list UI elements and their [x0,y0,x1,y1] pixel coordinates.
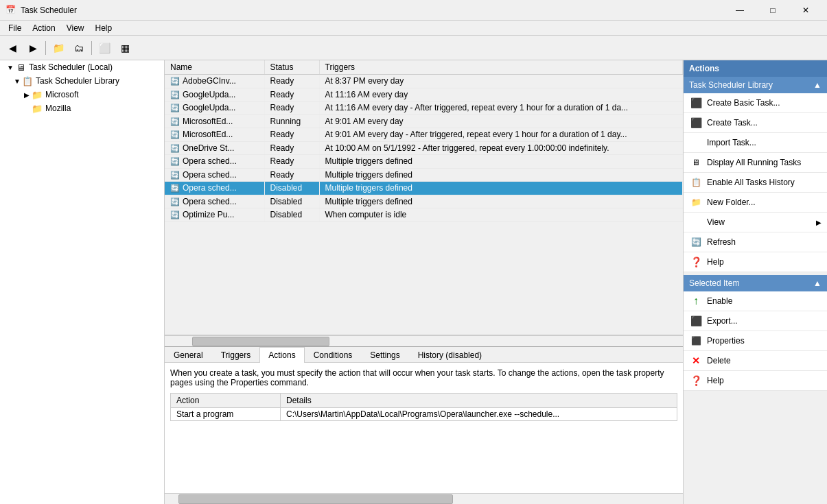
selected-item-header: Selected Item ▲ [684,275,827,291]
tree-item-mozilla[interactable]: ▶ 📁 Mozilla [0,101,164,115]
action-hscroll-thumb[interactable] [178,494,453,504]
toolbar-open-folder[interactable]: 📁 [49,38,68,58]
microsoft-icon: 📁 [32,89,43,100]
enable-icon: ↑ [689,294,703,308]
tab-triggers[interactable]: Triggers [212,347,260,363]
task-table: Name Status Triggers 🔄AdobeGCInv...Ready… [165,60,683,222]
hscroll-thumb[interactable] [192,337,329,346]
col-status[interactable]: Status [264,60,319,75]
task-row[interactable]: 🔄GoogleUpda...ReadyAt 11:16 AM every day [165,88,683,101]
task-row[interactable]: 🔄OneDrive St...ReadyAt 10:00 AM on 5/1/1… [165,141,683,155]
action-create-task[interactable]: ⬛ Create Task... [684,113,827,133]
tree-label-microsoft: Microsoft [45,90,79,99]
action-view[interactable]: View ▶ [684,213,827,232]
tab-actions[interactable]: Actions [259,347,304,363]
tree-item-local[interactable]: ▼ 🖥 Task Scheduler (Local) [0,60,164,74]
action-help-library[interactable]: ❓ Help [684,252,827,272]
action-refresh[interactable]: 🔄 Refresh [684,232,827,252]
expand-local[interactable]: ▼ [5,62,15,72]
new-folder-icon: 📁 [689,195,703,209]
task-row[interactable]: 🔄Opera sched...DisabledMultiple triggers… [165,195,683,208]
col-triggers[interactable]: Triggers [319,60,683,75]
task-row-icon: 🔄 [170,157,180,167]
task-row-icon: 🔄 [170,90,180,99]
close-button[interactable]: ✕ [790,0,822,21]
task-row[interactable]: 🔄MicrosoftEd...ReadyAt 9:01 AM every day… [165,128,683,142]
selected-item-collapse[interactable]: ▲ [813,278,822,288]
library-section-title: Task Scheduler Library [689,80,773,90]
export-icon: ⬛ [689,314,703,328]
task-triggers: Multiple triggers defined [319,168,683,182]
col-name[interactable]: Name [165,60,264,75]
action-delete[interactable]: ✕ Delete [684,351,827,371]
toolbar-back[interactable]: ◀ [3,38,22,58]
task-row[interactable]: 🔄Opera sched...ReadyMultiple triggers de… [165,168,683,182]
display-running-icon: 🖥 [689,156,703,169]
task-triggers: At 8:37 PM every day [319,75,683,88]
create-basic-label: Create Basic Task... [707,98,780,108]
task-list-container[interactable]: Name Status Triggers 🔄AdobeGCInv...Ready… [165,60,683,335]
view-label: View [707,217,725,227]
toolbar-btn3[interactable]: ⬜ [95,38,114,58]
maximize-button[interactable]: □ [757,0,789,21]
action-help-item[interactable]: ❓ Help [684,371,827,391]
display-running-label: Display All Running Tasks [707,158,801,167]
tab-conditions[interactable]: Conditions [305,347,362,363]
actions-main-header: Actions [684,60,827,77]
help-library-label: Help [707,257,724,267]
task-status: Ready [264,75,319,88]
minimize-button[interactable]: — [724,0,756,21]
action-enable[interactable]: ↑ Enable [684,291,827,311]
task-row[interactable]: 🔄MicrosoftEd...RunningAt 9:01 AM every d… [165,115,683,128]
left-panel: ▼ 🖥 Task Scheduler (Local) ▼ 📋 Task Sche… [0,60,165,504]
action-row[interactable]: Start a programC:\Users\Martin\AppData\L… [171,408,677,421]
task-row[interactable]: 🔄AdobeGCInv...ReadyAt 8:37 PM every day [165,75,683,88]
tab-general[interactable]: General [165,347,212,363]
tab-history[interactable]: History (disabled) [409,347,491,363]
task-row[interactable]: 🔄GoogleUpda...ReadyAt 11:16 AM every day… [165,101,683,115]
actions-title: Actions [689,64,719,73]
toolbar-show-hidden[interactable]: 🗂 [69,38,89,58]
action-hscroll[interactable] [165,493,683,504]
toolbar-forward[interactable]: ▶ [23,38,43,58]
tree-item-library[interactable]: ▼ 📋 Task Scheduler Library [0,74,164,88]
task-status: Ready [264,168,319,182]
delete-label: Delete [707,356,731,365]
task-list-hscroll[interactable] [165,335,683,346]
action-export[interactable]: ⬛ Export... [684,311,827,331]
action-display-running[interactable]: 🖥 Display All Running Tasks [684,153,827,173]
menu-help[interactable]: Help [90,22,118,34]
library-section-collapse[interactable]: ▲ [813,80,822,90]
task-row-icon: 🔄 [170,184,180,193]
bottom-panel: General Triggers Actions Conditions Sett… [165,346,683,504]
task-scheduler-library-header: Task Scheduler Library ▲ [684,77,827,93]
window-controls: — □ ✕ [724,0,822,21]
create-task-icon: ⬛ [689,116,703,130]
action-new-folder[interactable]: 📁 New Folder... [684,193,827,213]
menu-view[interactable]: View [61,22,90,34]
selected-item-title: Selected Item [689,278,739,288]
delete-icon: ✕ [689,354,703,368]
action-import-task[interactable]: Import Task... [684,133,827,153]
expand-library[interactable]: ▼ [12,76,22,86]
task-row-icon: 🔄 [170,104,180,113]
tab-settings[interactable]: Settings [361,347,408,363]
action-create-basic[interactable]: ⬛ Create Basic Task... [684,93,827,113]
menu-action[interactable]: Action [27,22,60,34]
tree-item-microsoft[interactable]: ▶ 📁 Microsoft [0,88,164,101]
tree-label-library: Task Scheduler Library [36,76,119,86]
toolbar-sep1 [45,41,46,55]
task-row[interactable]: 🔄Opera sched...DisabledMultiple triggers… [165,182,683,195]
menu-file[interactable]: File [3,22,27,34]
main-layout: ▼ 🖥 Task Scheduler (Local) ▼ 📋 Task Sche… [0,60,827,504]
action-properties[interactable]: ⬛ Properties [684,331,827,351]
app-icon: 📅 [5,5,16,16]
expand-microsoft[interactable]: ▶ [22,90,32,99]
toolbar-btn4[interactable]: ▦ [115,38,135,58]
task-row[interactable]: 🔄Optimize Pu...DisabledWhen computer is … [165,208,683,222]
task-row[interactable]: 🔄Opera sched...ReadyMultiple triggers de… [165,155,683,169]
task-row-icon: 🔄 [170,211,180,220]
action-enable-history[interactable]: 📋 Enable All Tasks History [684,173,827,193]
task-triggers: Multiple triggers defined [319,182,683,195]
title-bar: 📅 Task Scheduler — □ ✕ [0,0,827,21]
